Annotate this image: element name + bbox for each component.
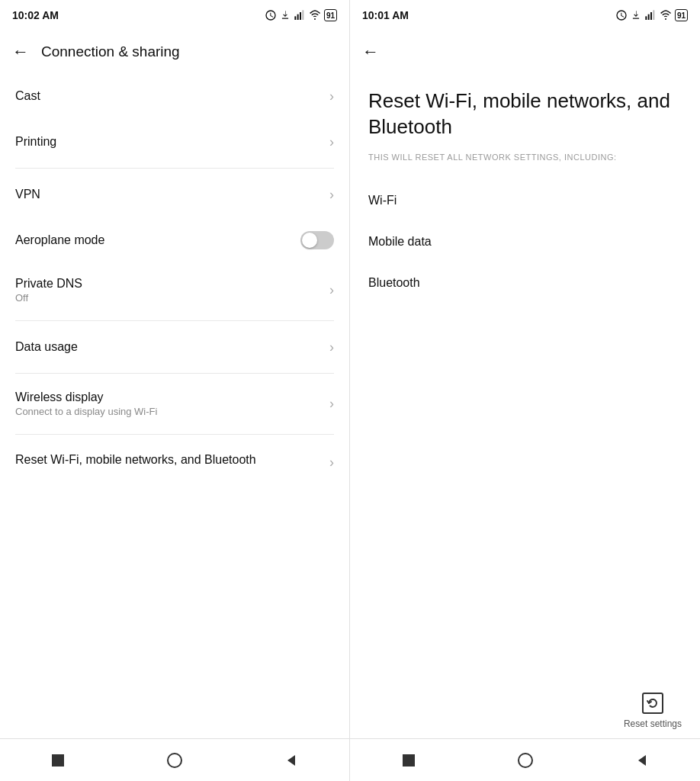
private-dns-sublabel: Off (15, 292, 82, 304)
left-toolbar: ← Connection & sharing (0, 31, 349, 73)
reset-bottom-area: Reset settings (350, 682, 700, 738)
svg-point-13 (519, 754, 532, 767)
right-nav-square[interactable] (390, 742, 427, 779)
data-usage-label: Data usage (15, 340, 78, 354)
reset-subtitle: THIS WILL RESET ALL NETWORK SETTINGS, IN… (368, 153, 682, 162)
reset-icon (641, 691, 665, 715)
vpn-label: VPN (15, 188, 40, 201)
setting-wireless-display[interactable]: Wireless display Connect to a display us… (0, 377, 349, 431)
reset-settings-button[interactable]: Reset settings (624, 691, 682, 729)
download-icon (280, 10, 291, 21)
left-panel: 10:02 AM 91 ← Connection & sharing Cast (0, 0, 350, 781)
svg-rect-7 (645, 16, 647, 20)
printing-label: Printing (15, 135, 56, 149)
reset-page-title: Reset Wi-Fi, mobile networks, and Blueto… (368, 88, 682, 140)
right-wifi-icon (660, 9, 672, 21)
svg-marker-6 (287, 755, 295, 766)
setting-private-dns[interactable]: Private DNS Off › (0, 263, 349, 317)
right-battery: 91 (675, 9, 688, 21)
cast-label: Cast (15, 89, 40, 103)
private-dns-label: Private DNS (15, 277, 82, 291)
right-back-button[interactable]: ← (362, 42, 379, 62)
data-usage-chevron: › (329, 339, 334, 355)
right-status-bar: 10:01 AM 91 (350, 0, 700, 31)
right-signal-icon (644, 9, 657, 21)
alarm-icon (265, 9, 277, 21)
left-status-bar: 10:02 AM 91 (0, 0, 349, 31)
left-nav-back[interactable] (273, 742, 310, 779)
svg-rect-1 (297, 14, 299, 20)
left-nav-square[interactable] (40, 742, 76, 779)
right-alarm-icon (615, 9, 628, 21)
wireless-display-chevron: › (329, 396, 334, 412)
left-status-icons: 91 (265, 9, 337, 21)
cast-chevron: › (329, 88, 334, 104)
vpn-chevron: › (329, 187, 334, 203)
left-nav-home[interactable] (156, 742, 193, 779)
wireless-display-sublabel: Connect to a display using Wi-Fi (15, 406, 157, 417)
setting-data-usage[interactable]: Data usage › (0, 324, 349, 370)
right-download-icon (631, 10, 641, 21)
battery-indicator: 91 (324, 9, 337, 21)
setting-aeroplane[interactable]: Aeroplane mode (0, 217, 349, 263)
aeroplane-label: Aeroplane mode (15, 233, 104, 247)
wireless-display-label: Wireless display (15, 390, 157, 404)
divider-4 (15, 434, 334, 435)
left-bottom-nav (0, 738, 349, 781)
divider-2 (15, 320, 334, 321)
divider-3 (15, 373, 334, 374)
reset-wifi-chevron: › (329, 455, 334, 471)
reset-wifi-label: Reset Wi-Fi, mobile networks, and Blueto… (15, 453, 322, 467)
reset-content: Reset Wi-Fi, mobile networks, and Blueto… (350, 73, 700, 682)
right-toolbar: ← (350, 31, 700, 73)
right-status-time: 10:01 AM (362, 9, 409, 21)
printing-chevron: › (329, 134, 334, 150)
right-nav-home[interactable] (507, 742, 544, 779)
right-nav-back[interactable] (624, 742, 660, 779)
private-dns-chevron: › (329, 282, 334, 298)
divider-1 (15, 168, 334, 169)
right-status-icons: 91 (615, 9, 688, 21)
svg-marker-14 (638, 755, 646, 766)
aeroplane-toggle[interactable] (300, 231, 334, 249)
svg-rect-8 (648, 14, 650, 20)
reset-item-wifi: Wi-Fi (368, 180, 682, 221)
toggle-thumb (302, 233, 317, 248)
svg-rect-2 (300, 12, 301, 20)
reset-item-mobile-data: Mobile data (368, 221, 682, 262)
left-back-button[interactable]: ← (12, 42, 29, 62)
svg-point-5 (168, 754, 181, 767)
svg-rect-4 (52, 754, 64, 767)
left-page-title: Connection & sharing (41, 43, 180, 60)
reset-item-bluetooth: Bluetooth (368, 262, 682, 304)
right-panel: 10:01 AM 91 ← Reset Wi-Fi, mobile networ… (350, 0, 700, 781)
right-bottom-nav (350, 738, 700, 781)
svg-rect-12 (403, 754, 415, 767)
svg-rect-11 (643, 693, 663, 713)
setting-vpn[interactable]: VPN › (0, 172, 349, 217)
setting-reset-wifi[interactable]: Reset Wi-Fi, mobile networks, and Blueto… (0, 438, 349, 484)
signal-icon (294, 9, 306, 21)
settings-list: Cast › Printing › VPN › Aeroplane mode (0, 73, 349, 738)
left-status-time: 10:02 AM (12, 9, 59, 21)
svg-rect-9 (650, 12, 652, 20)
reset-settings-label: Reset settings (624, 718, 682, 729)
wifi-icon (309, 9, 321, 21)
svg-rect-0 (294, 16, 296, 20)
svg-rect-3 (302, 10, 303, 20)
svg-rect-10 (653, 10, 654, 20)
setting-printing[interactable]: Printing › (0, 119, 349, 165)
setting-cast[interactable]: Cast › (0, 73, 349, 119)
